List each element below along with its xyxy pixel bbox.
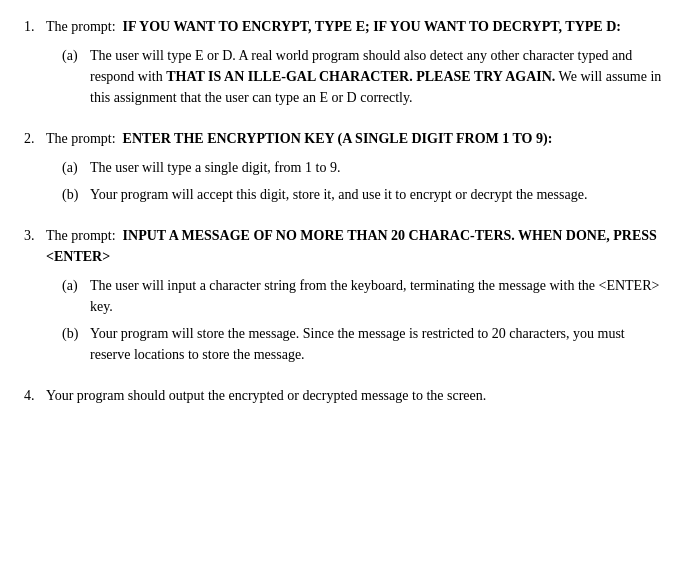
sub-text: The user will type a single digit, from … — [90, 160, 340, 175]
sub-list: (a) The user will input a character stri… — [46, 275, 662, 365]
list-number: 3. — [24, 225, 46, 371]
list-item: (b) Your program will store the message.… — [62, 323, 662, 365]
main-list: 1. The prompt: IF YOU WANT TO ENCRYPT, T… — [24, 16, 662, 406]
list-content: The prompt: ENTER THE ENCRYPTION KEY (A … — [46, 128, 662, 211]
bold-text: THAT IS AN ILLE‑GAL CHARACTER. PLEASE TR… — [166, 69, 555, 84]
list-item: (b) Your program will accept this digit,… — [62, 184, 662, 205]
sub-content: The user will type a single digit, from … — [90, 157, 662, 178]
item-text: The prompt: IF YOU WANT TO ENCRYPT, TYPE… — [46, 19, 621, 34]
sub-content: The user will input a character string f… — [90, 275, 662, 317]
list-item: 2. The prompt: ENTER THE ENCRYPTION KEY … — [24, 128, 662, 211]
prompt-text: IF YOU WANT TO ENCRYPT, TYPE E; IF YOU W… — [123, 19, 621, 34]
sub-text: Your program will store the message. Sin… — [90, 326, 625, 362]
list-number: 4. — [24, 385, 46, 406]
list-content: The prompt: INPUT A MESSAGE OF NO MORE T… — [46, 225, 662, 371]
list-item: (a) The user will type a single digit, f… — [62, 157, 662, 178]
item-text: The prompt: INPUT A MESSAGE OF NO MORE T… — [46, 228, 657, 264]
sub-content: The user will type E or D. A real world … — [90, 45, 662, 108]
prompt-text: ENTER THE ENCRYPTION KEY (A SINGLE DIGIT… — [123, 131, 553, 146]
list-item: (a) The user will type E or D. A real wo… — [62, 45, 662, 108]
sub-text: Your program will accept this digit, sto… — [90, 187, 587, 202]
sub-number: (b) — [62, 184, 90, 205]
document-content: 1. The prompt: IF YOU WANT TO ENCRYPT, T… — [24, 16, 662, 406]
sub-number: (a) — [62, 45, 90, 108]
list-number: 1. — [24, 16, 46, 114]
sub-content: Your program will store the message. Sin… — [90, 323, 662, 365]
list-item: 3. The prompt: INPUT A MESSAGE OF NO MOR… — [24, 225, 662, 371]
sub-text: The user will input a character string f… — [90, 278, 659, 314]
list-content: Your program should output the encrypted… — [46, 385, 662, 406]
sub-number: (a) — [62, 275, 90, 317]
sub-list: (a) The user will type a single digit, f… — [46, 157, 662, 205]
sub-number: (b) — [62, 323, 90, 365]
list-item: 1. The prompt: IF YOU WANT TO ENCRYPT, T… — [24, 16, 662, 114]
prompt-text: INPUT A MESSAGE OF NO MORE THAN 20 CHARA… — [46, 228, 657, 264]
list-number: 2. — [24, 128, 46, 211]
sub-list: (a) The user will type E or D. A real wo… — [46, 45, 662, 108]
item-text: Your program should output the encrypted… — [46, 388, 486, 403]
sub-number: (a) — [62, 157, 90, 178]
list-item: (a) The user will input a character stri… — [62, 275, 662, 317]
list-item: 4. Your program should output the encryp… — [24, 385, 662, 406]
list-content: The prompt: IF YOU WANT TO ENCRYPT, TYPE… — [46, 16, 662, 114]
sub-content: Your program will accept this digit, sto… — [90, 184, 662, 205]
sub-text: The user will type E or D. A real world … — [90, 48, 661, 105]
item-text: The prompt: ENTER THE ENCRYPTION KEY (A … — [46, 131, 552, 146]
